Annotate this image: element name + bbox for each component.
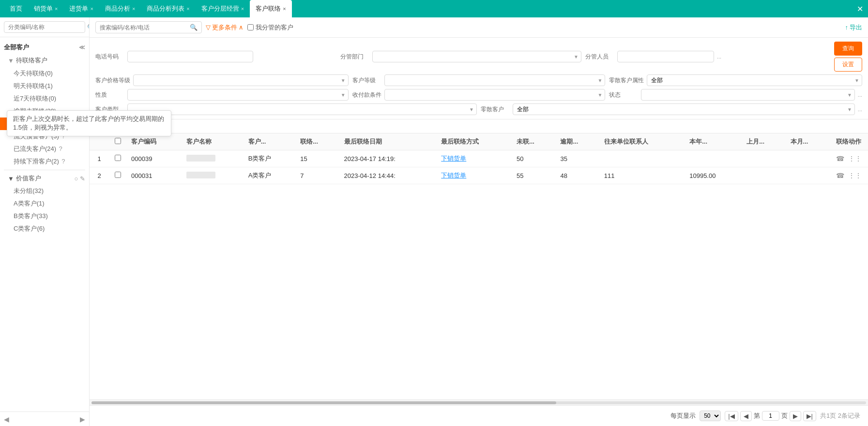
prev-page-btn[interactable]: ◀ (740, 411, 752, 421)
pay-term-select[interactable] (384, 89, 606, 101)
more-action-icon[interactable]: ⋮⋮ (848, 155, 862, 162)
more-action-icon[interactable]: ⋮⋮ (848, 172, 862, 179)
pagination: 每页显示 50 |◀ ◀ 第 页 ▶ ▶| 共1页 2条记录 (90, 405, 868, 426)
action-btns: 查询 设置 (834, 42, 862, 72)
sidebar-ungrouped[interactable]: 未分组(32) (0, 185, 89, 197)
edit-icons[interactable]: ○ ✎ (75, 175, 85, 182)
collapse-btn[interactable]: ≪ (79, 44, 85, 51)
person-label: 分管人员 (585, 53, 614, 61)
nav-product-analysis-list[interactable]: 商品分析列表 × (141, 0, 195, 17)
price-grade-field: 客户价格等级 ▼ (95, 74, 349, 86)
filter-search-input[interactable] (100, 24, 190, 31)
sidebar-class-b[interactable]: B类客户(33) (0, 210, 89, 222)
person-more-btn[interactable]: ... (717, 54, 721, 59)
status-field: 状态 ▼ ... (609, 89, 862, 101)
all-customers-label: 全部客户 (4, 43, 29, 52)
nav-home[interactable]: 首页 (4, 0, 28, 17)
my-customers-checkbox-label[interactable]: 我分管的客户 (247, 23, 293, 32)
last-page-btn[interactable]: ▶| (803, 411, 816, 421)
more-conditions-btn[interactable]: ▽ 更多条件 ∧ (206, 23, 244, 32)
dept-select-wrapper: ▼ (372, 51, 581, 62)
nav-sales-order-close[interactable]: × (55, 6, 58, 12)
status-select[interactable] (641, 89, 855, 101)
sidebar-class-a[interactable]: A类客户(1) (0, 197, 89, 210)
sidebar-class-c[interactable]: C类客户(6) (0, 222, 89, 235)
scrollbar-track (91, 401, 866, 404)
th-overdue: 逾期... (555, 133, 599, 150)
person-input[interactable] (617, 51, 714, 62)
row-checkbox[interactable] (115, 172, 121, 178)
th-uncontacted: 未联... (512, 133, 555, 150)
sidebar-tomorrow-pending[interactable]: 明天待联络(1) (0, 80, 89, 92)
status-more-btn[interactable]: ... (858, 92, 862, 98)
nav-customer-tier-close[interactable]: × (241, 6, 244, 12)
page-input[interactable] (762, 411, 779, 421)
sidebar-already-lost[interactable]: 已流失客户(24) ? (0, 143, 89, 155)
retail-customer-select[interactable]: 全部 (513, 103, 855, 115)
cell-customer-type: A类客户 (244, 167, 296, 184)
sidebar-next-arrow[interactable]: ▶ (80, 415, 85, 423)
nav-product-analysis-list-close[interactable]: × (186, 6, 189, 12)
sidebar-week-pending[interactable]: 近7天待联络(0) (0, 92, 89, 105)
retail-attr-select[interactable]: 全部 (647, 74, 862, 86)
retail-customer-field: 零散客户 全部 ▼ ... (481, 103, 862, 115)
customer-grade-select[interactable] (384, 74, 606, 86)
phone-action-icon[interactable]: ☎ (836, 155, 844, 162)
customer-type-select[interactable] (127, 103, 477, 115)
pending-contact-section[interactable]: ▼ 待联络客户 (0, 54, 89, 67)
sidebar-divider (4, 170, 85, 170)
nav-customer-contact[interactable]: 客户联络 × (250, 0, 291, 17)
all-customers-header[interactable]: 全部客户 ≪ (0, 41, 89, 54)
row-checkbox[interactable] (115, 155, 121, 161)
cell-contact-count: 15 (295, 150, 339, 167)
gender-select[interactable] (127, 89, 349, 101)
settings-btn[interactable]: 设置 (834, 58, 862, 72)
pending-contact-label: 待联络客户 (16, 56, 47, 65)
dept-select[interactable] (372, 51, 581, 62)
price-grade-select[interactable] (133, 74, 349, 86)
filter-row-3: 性质 ▼ 收付款条件 ▼ 状态 (95, 89, 862, 101)
filter-search-icon[interactable]: 🔍 (190, 24, 198, 31)
phone-action-icon[interactable]: ☎ (836, 172, 844, 179)
nav-customer-contact-close[interactable]: × (283, 6, 286, 12)
th-contact-count: 联络... (295, 133, 339, 150)
th-last-contact-date: 最后联络日期 (339, 133, 437, 150)
export-btn[interactable]: ↑ 导出 (845, 23, 863, 32)
export-icon: ↑ (845, 24, 849, 31)
cell-last-month (742, 150, 785, 167)
sidebar-continuous-down[interactable]: 持续下滑客户(2) ? (0, 155, 89, 168)
retail-more-btn[interactable]: ... (858, 106, 862, 112)
th-actions: 联络动作 (829, 133, 868, 150)
continuous-down-help-icon: ? (61, 158, 65, 165)
query-btn[interactable]: 查询 (834, 42, 862, 56)
sidebar-search-input[interactable] (4, 21, 85, 33)
th-customer-type: 客户... (244, 133, 296, 150)
select-all-checkbox[interactable] (115, 138, 121, 144)
value-customers-section[interactable]: ▼ 价值客户 ○ ✎ (0, 172, 89, 185)
sidebar-prev-arrow[interactable]: ◀ (4, 415, 9, 423)
customer-grade-field: 客户等级 ▼ (352, 74, 606, 86)
sidebar-today-pending[interactable]: 今天待联络(0) (0, 67, 89, 80)
retail-customer-label: 零散客户 (481, 105, 510, 114)
my-customers-checkbox[interactable] (247, 24, 254, 30)
close-all-btn[interactable]: ✕ (857, 4, 863, 14)
contact-method-link[interactable]: 下销货单 (441, 155, 466, 162)
first-page-btn[interactable]: |◀ (725, 411, 738, 421)
cell-code: 000031 (126, 167, 182, 184)
cell-overdue: 48 (555, 167, 599, 184)
gender-field: 性质 ▼ (95, 89, 349, 101)
bottom-scrollbar[interactable] (90, 399, 868, 405)
nav-sales-order[interactable]: 销货单 × (28, 0, 63, 17)
phone-input[interactable] (127, 51, 253, 62)
table-body: 1 000039 B类客户 15 2023-04-17 14:19: 下销货单 … (90, 150, 868, 184)
tooltip: 距客户上次交易时长，超过了此客户的平均交易周期的1.5倍，则视为异常。 (7, 110, 171, 136)
nav-product-analysis[interactable]: 商品分析 × (99, 0, 141, 17)
next-page-btn[interactable]: ▶ (790, 411, 801, 421)
nav-customer-tier[interactable]: 客户分层经营 × (196, 0, 250, 17)
nav-purchase-order[interactable]: 进货单 × (63, 0, 99, 17)
per-page-select[interactable]: 50 (700, 411, 721, 421)
nav-purchase-order-close[interactable]: × (90, 6, 93, 12)
contact-method-link[interactable]: 下销货单 (441, 172, 466, 179)
table-wrapper[interactable]: 客户编码 客户名称 客户... 联络... (90, 133, 868, 399)
nav-product-analysis-close[interactable]: × (132, 6, 135, 12)
